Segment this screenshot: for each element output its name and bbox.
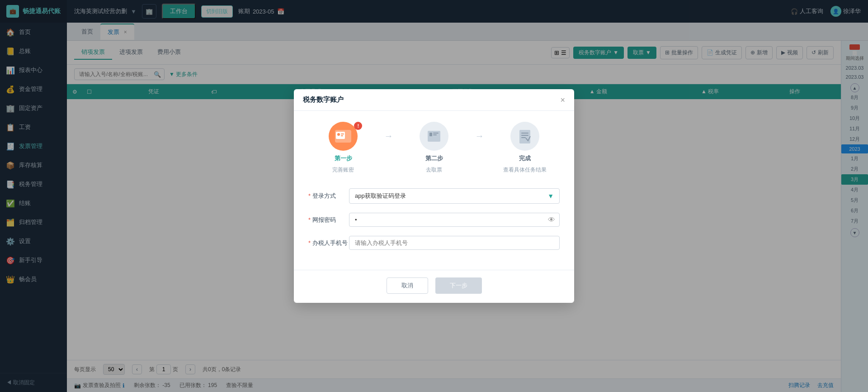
step-3-icon <box>510 122 539 151</box>
svg-rect-12 <box>521 137 526 138</box>
svg-rect-9 <box>519 130 530 143</box>
step-3: 完成 查看具体任务结果 <box>490 122 560 174</box>
password-row: * 网报密码 👁 <box>308 213 560 227</box>
step-2: 第二步 去取票 <box>399 122 469 174</box>
phone-input-wrap <box>349 236 560 250</box>
svg-rect-4 <box>341 135 343 136</box>
password-label: * 网报密码 <box>308 216 349 224</box>
phone-label: * 办税人手机号 <box>308 239 349 247</box>
required-mark: * <box>308 192 311 199</box>
step-2-desc: 去取票 <box>426 166 442 174</box>
step-3-desc: 查看具体任务结果 <box>503 166 547 174</box>
step-3-label: 完成 <box>519 154 531 163</box>
login-method-value: app获取验证码登录 <box>355 192 406 200</box>
required-mark: * <box>308 239 311 246</box>
svg-rect-8 <box>433 134 437 135</box>
svg-rect-10 <box>521 133 528 134</box>
phone-row: * 办税人手机号 <box>308 236 560 250</box>
modal-close-button[interactable]: × <box>560 96 565 104</box>
required-mark: * <box>308 216 311 223</box>
login-method-label: * 登录方式 <box>308 192 349 200</box>
step-1-icon <box>329 122 358 151</box>
password-input-wrap: 👁 <box>349 213 560 227</box>
step-1-badge: ! <box>354 122 362 130</box>
svg-rect-7 <box>433 133 439 134</box>
step-1-desc: 完善账密 <box>332 166 354 174</box>
phone-input[interactable] <box>349 236 560 250</box>
step-2-label: 第二步 <box>425 154 443 163</box>
steps-container: ! 第一步 完善账密 → <box>308 122 560 174</box>
svg-point-2 <box>337 133 340 136</box>
svg-rect-11 <box>521 135 528 136</box>
password-input[interactable] <box>349 213 560 227</box>
step-1-icon-wrap: ! <box>329 122 358 151</box>
modal-header: 税务数字账户 × <box>294 89 574 111</box>
toggle-password-icon[interactable]: 👁 <box>548 216 555 224</box>
step-1-label: 第一步 <box>335 154 352 163</box>
cancel-button[interactable]: 取消 <box>387 277 428 294</box>
select-dropdown-icon: ▼ <box>547 192 554 200</box>
modal-overlay: 税务数字账户 × <box>0 0 868 392</box>
step-2-icon <box>420 122 448 151</box>
step-1: ! 第一步 完善账密 <box>308 122 378 174</box>
svg-rect-1 <box>336 132 345 139</box>
svg-rect-5 <box>428 131 440 142</box>
login-method-select[interactable]: app获取验证码登录 ▼ <box>349 188 560 204</box>
svg-rect-3 <box>341 134 344 134</box>
next-button[interactable]: 下一步 <box>435 277 482 294</box>
modal-footer: 取消 下一步 <box>294 270 574 303</box>
step-arrow-1: → <box>378 122 399 141</box>
svg-rect-6 <box>429 133 432 136</box>
modal-title: 税务数字账户 <box>303 96 344 104</box>
modal-body: ! 第一步 完善账密 → <box>294 111 574 270</box>
login-method-row: * 登录方式 app获取验证码登录 ▼ <box>308 188 560 204</box>
step-arrow-2: → <box>469 122 490 141</box>
tax-account-modal: 税务数字账户 × <box>294 89 574 303</box>
